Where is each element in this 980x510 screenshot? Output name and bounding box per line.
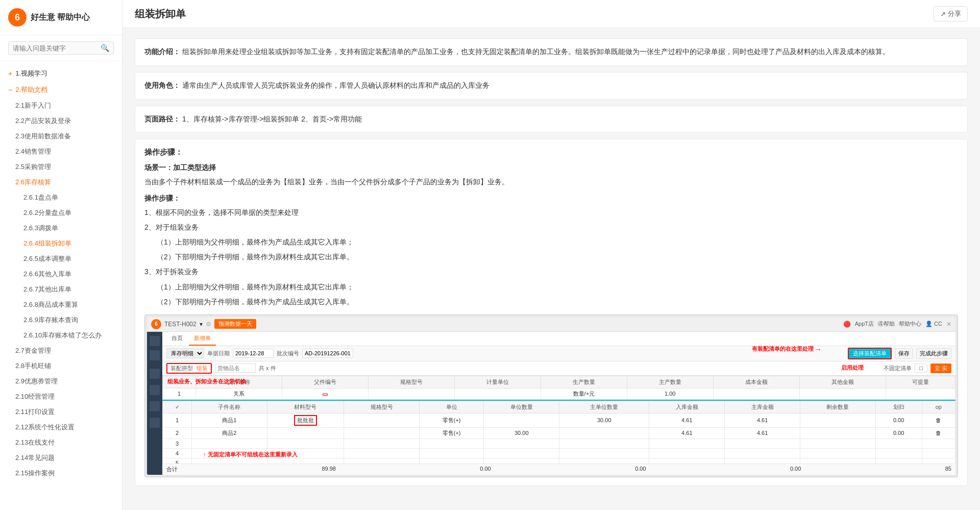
- cell-child-name: 商品2: [192, 427, 267, 439]
- search-box[interactable]: 🔍: [8, 41, 114, 55]
- sidebar-item-2-6-9[interactable]: 2.6.9库存账本查询: [0, 312, 122, 328]
- ops-title: 操作步骤：: [144, 148, 958, 157]
- logo-area: 6 好生意 帮助中心: [0, 0, 122, 35]
- sidebar-item-2-1[interactable]: 2.1新手入门: [0, 98, 122, 113]
- ss-dropdown-icon: ▾: [200, 321, 203, 328]
- expand-icon-1: +: [8, 69, 12, 78]
- sidebar-item-2-14[interactable]: 2.14常见问题: [0, 450, 122, 466]
- cell-idx: 2: [163, 427, 192, 439]
- cell-unit-qty: 30.00: [484, 427, 559, 439]
- ss-side-icon-4[interactable]: [150, 385, 160, 395]
- ss-close-icon[interactable]: ✕: [946, 321, 951, 328]
- sidebar-item-2-1-label: 2.1新手入门: [15, 101, 51, 110]
- ss-tab-home[interactable]: 自页: [166, 332, 188, 346]
- sidebar-item-2-9[interactable]: 2.9优惠券管理: [0, 374, 122, 389]
- ss-col-parent-code: 父件编号: [282, 376, 369, 388]
- ss-col-check2: ✓: [163, 401, 192, 413]
- ss-body: 自页 新增单 库存明细 单据日期 批次编号: [147, 332, 955, 475]
- sidebar-item-2-6-5-label: 2.6.5成本调整单: [23, 254, 71, 263]
- sidebar-item-2-12[interactable]: 2.12系统个性化设置: [0, 420, 122, 435]
- cell-available: [886, 388, 955, 399]
- ss-side-icon-6[interactable]: [150, 418, 160, 428]
- sidebar-item-2-8[interactable]: 2.8手机旺铺: [0, 358, 122, 374]
- ss-col-spec: 规格型号: [369, 376, 455, 388]
- ss-type-select[interactable]: 库存明细: [166, 348, 204, 358]
- sidebar-item-2-4[interactable]: 2.4销售管理: [0, 144, 122, 159]
- screenshot-container: 6 TEST-H002 ▾ ⚙ 预测数据一天 🔴 AppT店 ④帮助 帮助中心 …: [144, 314, 958, 477]
- ss-total-5: 85: [945, 466, 951, 473]
- sidebar-item-2-7[interactable]: 2.7资金管理: [0, 343, 122, 358]
- ss-refresh-btn[interactable]: 预测数据一天: [214, 319, 256, 329]
- ss-titlebar: 6 TEST-H002 ▾ ⚙ 预测数据一天 🔴 AppT店 ④帮助 帮助中心 …: [147, 317, 955, 332]
- cell-material: 批批批: [267, 413, 344, 427]
- sidebar-item-2-6-1[interactable]: 2.6.1盘点单: [0, 190, 122, 205]
- sidebar-item-2-5[interactable]: 2.5采购管理: [0, 159, 122, 175]
- sidebar-item-2-6-3[interactable]: 2.6.3调拨单: [0, 221, 122, 236]
- ss-number-input[interactable]: [302, 349, 353, 358]
- share-button[interactable]: ↗ 分享: [934, 6, 968, 21]
- ss-checkbox-area[interactable]: □: [915, 363, 927, 373]
- sidebar-item-2-6-5[interactable]: 2.6.5成本调整单: [0, 251, 122, 266]
- ss-side-icon-3[interactable]: [150, 369, 160, 379]
- ss-number-label: 批次编号: [277, 350, 299, 357]
- operations-section: 操作步骤： 场景一：加工类型选择 当由多个子件材料组装成一个成品的业务为【组装】…: [135, 139, 968, 486]
- cell-spec2: [344, 427, 420, 439]
- ss-total-label: 合计: [166, 466, 178, 473]
- sidebar-item-2-6-4[interactable]: 2.6.4组装拆卸单: [0, 236, 122, 251]
- page-title: 组装拆卸单: [135, 7, 186, 21]
- feature-intro-text: 组装拆卸单用来处理企业组装或拆卸等加工业务，支持有固定装配清单的产品加工业务，也…: [182, 47, 890, 56]
- step2: 2、对于组装业务: [144, 221, 958, 234]
- sidebar-item-2-10-label: 2.10经营管理: [15, 392, 55, 401]
- sidebar-item-2-11-label: 2.11打印设置: [15, 407, 55, 417]
- ss-side-icon-1[interactable]: [150, 336, 160, 346]
- ss-col-op: op: [922, 401, 955, 413]
- sidebar-item-2[interactable]: − 2.帮助文档: [0, 82, 122, 98]
- sidebar-item-2-13[interactable]: 2.13在线支付: [0, 435, 122, 450]
- cell-main-amount: 4.61: [725, 427, 800, 439]
- ss-select-bom-btn[interactable]: 选择装配清单: [848, 348, 892, 359]
- step3: 3、对于拆装业务: [144, 265, 958, 278]
- cell-divide: 0.00: [875, 427, 922, 439]
- ss-col-divide: 划归: [875, 401, 922, 413]
- ss-confirm-btn[interactable]: 立 实: [930, 363, 951, 373]
- sidebar-item-2-6-2[interactable]: 2.6.2分量盘点单: [0, 205, 122, 221]
- sidebar-item-2-9-label: 2.9优惠券管理: [15, 377, 58, 386]
- sidebar-item-2-6-7[interactable]: 2.6.7其他出库单: [0, 282, 122, 297]
- cell-remain: [800, 427, 875, 439]
- sidebar-item-2-6-6[interactable]: 2.6.6其他入库单: [0, 266, 122, 282]
- ss-date-input[interactable]: [233, 349, 274, 358]
- cell-idx: 1: [163, 388, 196, 399]
- sidebar-item-2-6-8[interactable]: 2.6.8商品成本重算: [0, 297, 122, 312]
- sidebar-item-2-15[interactable]: 2.15操作案例: [0, 466, 122, 481]
- ss-side-icon-5[interactable]: [150, 401, 160, 411]
- search-input[interactable]: [13, 44, 101, 52]
- ss-col-available: 可提量: [886, 376, 955, 388]
- cell-unit2: 零售(+): [419, 427, 483, 439]
- ss-complete-btn[interactable]: 完成此步骤: [916, 348, 951, 359]
- ss-col-main-qty: 主产数量: [627, 376, 713, 388]
- ss-upper-table-area: ✓ 父件名称 父件编号 规格型号 计量单位 生产数量 主产数量 成本金额: [162, 376, 955, 401]
- ss-tab-new[interactable]: 新增单: [189, 332, 216, 346]
- ss-product-input[interactable]: [215, 363, 256, 373]
- ss-total-3: 0.00: [635, 466, 646, 473]
- ss-right-controls: 不固定清单 □ 立 实: [884, 363, 951, 373]
- cell-material: [267, 427, 344, 439]
- sidebar-item-2-6[interactable]: 2.6库存核算: [0, 175, 122, 190]
- sidebar-item-1[interactable]: + 1.视频学习: [0, 65, 122, 82]
- page-path-text: 1、库存核算->库存管理->组装拆卸单 2、首页->常用功能: [182, 115, 362, 123]
- user-role-label: 使用角色：: [144, 81, 180, 89]
- ss-col-child-name: 子件名称: [192, 401, 267, 413]
- ss-logo: 6: [151, 319, 161, 329]
- main-area: 组装拆卸单 ↗ 分享 功能介绍： 组装拆卸单用来处理企业组装或拆卸等加工业务，支…: [122, 0, 980, 510]
- sidebar-item-2-2[interactable]: 2.2产品安装及登录: [0, 113, 122, 129]
- ss-side-icon-2[interactable]: [150, 350, 160, 360]
- sidebar-item-2-6-10[interactable]: 2.6.10库存账本错了怎么办: [0, 328, 122, 343]
- ss-upper-table: ✓ 父件名称 父件编号 规格型号 计量单位 生产数量 主产数量 成本金额: [162, 376, 955, 400]
- ss-save-btn[interactable]: 保存: [895, 348, 913, 359]
- ss-annotation-1: 有装配清单的在这里处理 →: [752, 345, 823, 353]
- ss-type-toggle-box: 装配拼型 组装: [166, 363, 212, 374]
- sidebar-item-2-11[interactable]: 2.11打印设置: [0, 404, 122, 420]
- sidebar-item-2-3[interactable]: 2.3使用前数据准备: [0, 129, 122, 144]
- sidebar-item-2-10[interactable]: 2.10经营管理: [0, 389, 122, 404]
- ss-col-material: 材料型号: [267, 401, 344, 413]
